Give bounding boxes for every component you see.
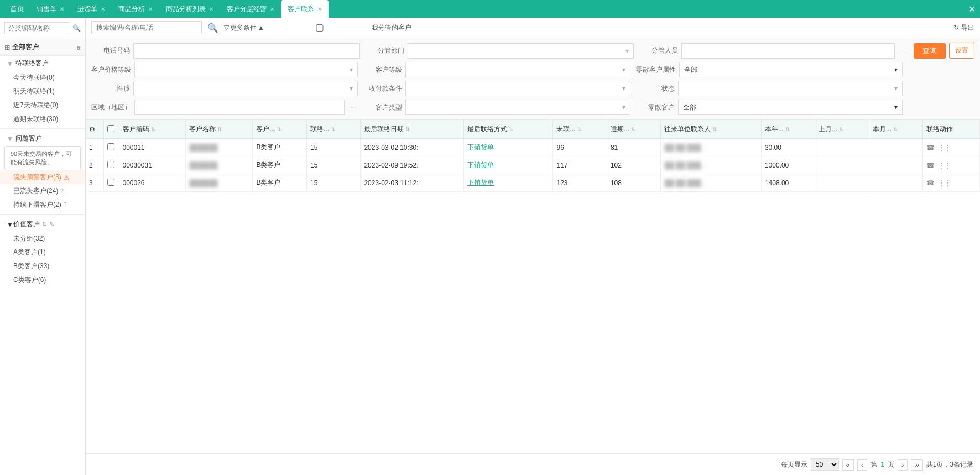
group-title-value[interactable]: ▼ 价值客户 ↻ ✎ — [0, 217, 85, 232]
collapse-icon[interactable]: « — [76, 43, 81, 52]
col-name[interactable]: 客户名称⇅ — [186, 120, 253, 139]
cell-actions-1[interactable]: ☎ ⋮⋮ — [923, 156, 980, 174]
cell-last-method-1[interactable]: 下销货单 — [464, 156, 553, 174]
col-last-month[interactable]: 上月...⇅ — [815, 120, 869, 139]
region-dots-button[interactable]: ··· — [348, 102, 358, 112]
refresh-icon[interactable]: ↻ — [42, 221, 47, 228]
person-select[interactable] — [681, 43, 895, 59]
row-checkbox-2[interactable] — [107, 179, 114, 186]
col-unlink-days[interactable]: 未联...⇅ — [553, 120, 607, 139]
col-year-amount[interactable]: 本年...⇅ — [761, 120, 815, 139]
col-this-month[interactable]: 本月...⇅ — [869, 120, 922, 139]
nav-item-customer-contact[interactable]: 客户联系 ✕ — [281, 0, 329, 18]
item-label-week-contact: 近7天待联络(0) — [13, 101, 58, 110]
last-page-button[interactable]: » — [911, 459, 922, 471]
more-conditions-button[interactable]: ▽ 更多条件 ▲ — [224, 23, 264, 33]
close-icon-sales[interactable]: ✕ — [60, 6, 64, 12]
sidebar-item-churn-warning[interactable]: 流失预警客户(3) ⚠ — [0, 170, 85, 184]
sidebar-search-icon[interactable]: 🔍 — [72, 24, 81, 32]
nav-item-purchase[interactable]: 进货单 ✕ — [71, 0, 112, 18]
phone-input[interactable] — [133, 43, 360, 59]
prev-page-button[interactable]: ‹ — [857, 459, 867, 471]
col-person[interactable]: 往来单位联系人⇅ — [661, 120, 761, 139]
sidebar-item-overdue-contact[interactable]: 逾期未联络(30) — [0, 112, 85, 126]
action-phone-icon-0[interactable]: ☎ — [926, 144, 935, 152]
search-button[interactable]: 🔍 — [207, 23, 218, 33]
col-type[interactable]: 客户...⇅ — [253, 120, 306, 139]
close-icon-analysis[interactable]: ✕ — [148, 6, 153, 12]
export-button[interactable]: ↻ 导出 — [953, 23, 974, 33]
close-all-button[interactable]: ✕ — [968, 4, 976, 14]
col-overdue[interactable]: 逾期...⇅ — [607, 120, 660, 139]
nav-item-sales[interactable]: 销售单 ✕ — [30, 0, 71, 18]
query-button[interactable]: 查询 — [914, 43, 946, 59]
col-last-method[interactable]: 最后联络方式⇅ — [464, 120, 553, 139]
action-phone-icon-2[interactable]: ☎ — [926, 179, 935, 187]
group-title-pending[interactable]: ▼ 待联络客户 — [0, 56, 85, 71]
sidebar-search-input[interactable] — [4, 22, 70, 34]
sidebar-item-week-contact[interactable]: 近7天待联络(0) — [0, 98, 85, 112]
close-icon-analysis-list[interactable]: ✕ — [209, 6, 213, 12]
col-checkbox[interactable] — [103, 120, 119, 139]
retail-attr-select[interactable]: 全部 ▾ — [679, 62, 903, 77]
sidebar-item-declining[interactable]: 持续下滑客户(2) ? — [0, 198, 85, 212]
cell-actions-2[interactable]: ☎ ⋮⋮ — [923, 174, 980, 192]
select-all-checkbox[interactable] — [107, 125, 114, 132]
action-more-icon-0[interactable]: ⋮⋮ — [938, 144, 951, 152]
nav-home[interactable]: 首页 — [4, 4, 30, 14]
col-last-date[interactable]: 最后联络日期⇅ — [361, 120, 464, 139]
col-contact[interactable]: 联络...⇅ — [306, 120, 360, 139]
sidebar-item-class-b[interactable]: B类客户(33) — [0, 259, 85, 273]
close-icon-customer-tier[interactable]: ✕ — [270, 6, 274, 12]
close-icon-purchase[interactable]: ✕ — [101, 6, 105, 12]
edit-icon[interactable]: ✎ — [49, 221, 54, 228]
cell-last-method-0[interactable]: 下销货单 — [464, 139, 553, 156]
action-more-icon-1[interactable]: ⋮⋮ — [938, 161, 951, 169]
cell-last-method-2[interactable]: 下销货单 — [464, 174, 553, 192]
cell-check-1[interactable] — [103, 156, 119, 174]
retail-customer-select[interactable]: 全部 ▾ — [678, 100, 903, 115]
cell-check-0[interactable] — [103, 139, 119, 156]
filter-customer-type: 客户类型 ▾ — [363, 100, 630, 115]
sidebar-item-tomorrow-contact[interactable]: 明天待联络(1) — [0, 85, 85, 98]
my-customer-checkbox-label[interactable]: 我分管的客户 — [270, 23, 411, 33]
status-select[interactable]: ▾ — [678, 81, 903, 96]
sidebar-item-today-contact[interactable]: 今天待联络(0) — [0, 71, 85, 85]
col-settings[interactable]: ⚙ — [86, 120, 103, 139]
customer-level-select[interactable]: ▾ — [405, 62, 630, 77]
payment-select[interactable]: ▾ — [405, 81, 630, 96]
next-page-button[interactable]: › — [898, 459, 908, 471]
sidebar-item-churned[interactable]: 已流失客户(24) ? — [0, 184, 85, 198]
sidebar-item-class-c[interactable]: C类客户(6) — [0, 273, 85, 287]
sidebar-item-unclassified[interactable]: 未分组(32) — [0, 232, 85, 246]
nav-item-analysis-list[interactable]: 商品分析列表 ✕ — [159, 0, 220, 18]
customer-type-select[interactable]: ▾ — [405, 100, 630, 115]
row-checkbox-1[interactable] — [107, 161, 114, 168]
settings-button[interactable]: 设置 — [949, 43, 974, 59]
sort-icon-year: ⇅ — [785, 126, 790, 132]
nature-select[interactable]: ▾ — [133, 81, 358, 96]
row-checkbox-0[interactable] — [107, 143, 114, 150]
action-phone-icon-1[interactable]: ☎ — [926, 161, 935, 169]
price-level-select[interactable]: ▾ — [134, 62, 358, 77]
sidebar-item-class-a[interactable]: A类客户(1) — [0, 246, 85, 259]
my-customer-checkbox[interactable] — [270, 24, 369, 32]
search-input[interactable] — [91, 21, 202, 34]
per-page-select[interactable]: 50 100 200 — [811, 458, 839, 471]
filter-row-1: 电话号码 分管部门 ▾ 分管人员 ··· — [91, 43, 974, 59]
person-dots-button[interactable]: ··· — [898, 46, 908, 56]
page-label-before: 第 — [870, 460, 877, 469]
sidebar-all-customers[interactable]: ⊞ 全部客户 « — [0, 39, 85, 56]
col-code[interactable]: 客户编码⇅ — [119, 120, 186, 139]
settings-col-icon[interactable]: ⚙ — [89, 126, 95, 133]
close-icon-customer-contact[interactable]: ✕ — [317, 6, 322, 12]
cell-actions-0[interactable]: ☎ ⋮⋮ — [923, 139, 980, 156]
group-title-problem[interactable]: ▼ 问题客户 — [0, 131, 85, 146]
nav-item-analysis[interactable]: 商品分析 ✕ — [112, 0, 159, 18]
dept-select[interactable]: ▾ — [408, 43, 634, 59]
nav-item-customer-tier[interactable]: 客户分层经营 ✕ — [220, 0, 281, 18]
first-page-button[interactable]: « — [842, 459, 854, 471]
cell-check-2[interactable] — [103, 174, 119, 192]
region-select[interactable] — [134, 100, 345, 115]
action-more-icon-2[interactable]: ⋮⋮ — [938, 179, 951, 187]
